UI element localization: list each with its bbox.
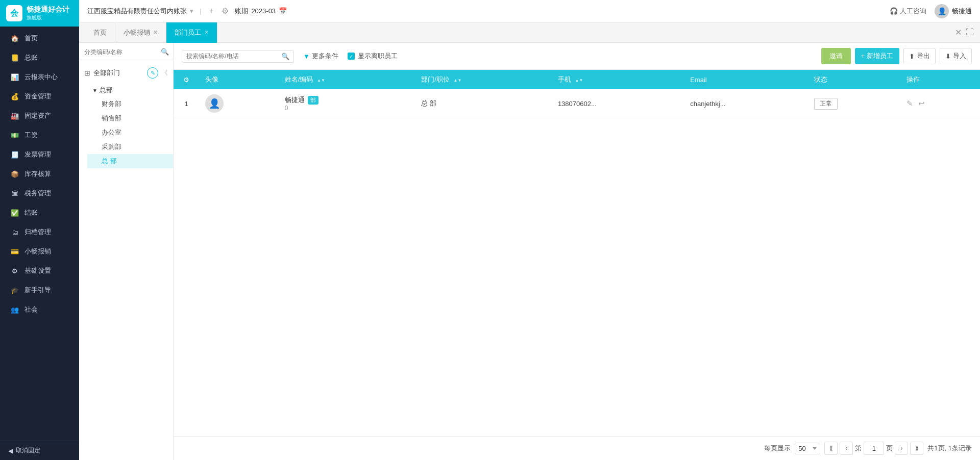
add-company-button[interactable]: ＋ [207, 6, 215, 16]
all-dept-label: 全部部门 [93, 68, 144, 78]
all-dept-item[interactable]: ⊞ 全部部门 ✎ 《 [79, 64, 173, 82]
service-button[interactable]: 🎧 人工咨询 [890, 7, 926, 16]
dept-parent-label: 总部 [100, 86, 113, 95]
sidebar-item-label: 总账 [24, 53, 38, 62]
export-button[interactable]: ⬆ 导出 [903, 48, 936, 64]
sidebar-item-reports[interactable]: 📊 云报表中心 [0, 67, 79, 87]
sidebar-item-label: 新手引导 [24, 286, 51, 295]
sidebar-item-settings[interactable]: ⚙ 基础设置 [0, 261, 79, 280]
main-area: 江西服宝精品有限责任公司内账张 ▾ | ＋ ⚙ 账期 2023-03 📅 🎧 人… [79, 0, 980, 460]
sidebar-item-label: 小畅报销 [24, 247, 51, 256]
tax-icon: 🏛 [10, 189, 19, 198]
dept-search: 🔍 [79, 48, 173, 60]
dept-child-purchase[interactable]: 采购部 [87, 140, 173, 154]
sidebar-item-label: 首页 [24, 34, 38, 43]
sidebar-item-close[interactable]: ✅ 结账 [0, 203, 79, 222]
service-label: 人工咨询 [900, 7, 926, 16]
tab-expense-close[interactable]: ✕ [153, 29, 158, 36]
employee-table-container: ⚙ 头像 姓名/编码 ▲▼ 部门/职位 ▲▼ 手机 [174, 70, 980, 436]
collapse-dept-icon[interactable]: 《 [161, 68, 168, 78]
page-next-button[interactable]: › [895, 442, 908, 455]
export-icon: ⬆ [909, 53, 915, 60]
topbar-divider: | [200, 7, 201, 15]
topbar-gear-icon[interactable]: ⚙ [222, 6, 229, 16]
import-button[interactable]: ⬇ 导入 [940, 48, 972, 64]
col-settings[interactable]: ⚙ [174, 70, 199, 89]
pin-label: 取消固定 [16, 446, 40, 455]
dept-child-general[interactable]: 总 部 [87, 154, 173, 168]
user-menu[interactable]: 👤 畅捷通 [935, 4, 972, 18]
dept-child-caiwu[interactable]: 财务部 [87, 97, 173, 111]
tabs-actions: ✕ ⛶ [955, 28, 974, 37]
tab-expense[interactable]: 小畅报销 ✕ [115, 22, 166, 43]
page-number-input[interactable] [864, 442, 884, 455]
sidebar-item-expense[interactable]: 💳 小畅报销 [0, 242, 79, 261]
sidebar-nav: 🏠 首页 📒 总账 📊 云报表中心 💰 资金管理 🏭 固定资产 💵 工资 🧾 发… [0, 27, 79, 441]
col-dept[interactable]: 部门/职位 ▲▼ [415, 70, 552, 89]
sidebar-item-funds[interactable]: 💰 资金管理 [0, 87, 79, 106]
sidebar-item-label: 工资 [24, 131, 38, 140]
employee-code: 0 [285, 105, 409, 112]
dept-child-office[interactable]: 办公室 [87, 125, 173, 140]
page-total: 共1页, 1条记录 [927, 444, 972, 453]
col-action: 操作 [900, 70, 980, 89]
sidebar-item-label: 税务管理 [24, 189, 51, 198]
dept-search-input[interactable] [84, 48, 161, 56]
tab-employees-close[interactable]: ✕ [204, 29, 209, 36]
cell-name: 畅捷通 部 0 [279, 89, 415, 118]
add-employee-button[interactable]: + 新增员工 [855, 48, 899, 64]
dept-group: ▼ 总部 财务部 销售部 办公室 采购部 总 部 [79, 84, 173, 168]
export-label: 导出 [917, 52, 930, 61]
edit-employee-button[interactable]: ✎ [906, 99, 913, 108]
tab-employees-label: 部门员工 [175, 28, 201, 37]
tab-expand-icon[interactable]: ⛶ [966, 28, 974, 37]
period-label: 账期 [235, 7, 248, 16]
edit-dept-button[interactable]: ✎ [147, 67, 158, 79]
employee-search-input[interactable] [186, 53, 278, 60]
sidebar-item-assets[interactable]: 🏭 固定资产 [0, 106, 79, 125]
page-prev-button[interactable]: ‹ [840, 442, 853, 455]
show-resigned-checkbox[interactable] [348, 53, 355, 60]
tab-close-icon[interactable]: ✕ [955, 28, 962, 37]
expense-icon: 💳 [10, 247, 19, 256]
sort-name-icon: ▲▼ [317, 79, 325, 83]
home-icon: 🏠 [10, 34, 19, 43]
dept-child-sales[interactable]: 销售部 [87, 111, 173, 125]
company-name: 江西服宝精品有限责任公司内账张 [87, 7, 187, 16]
app-version: 旗舰版 [27, 14, 69, 21]
sidebar-item-home[interactable]: 🏠 首页 [0, 29, 79, 48]
calendar-icon: 📅 [279, 7, 287, 15]
sidebar-item-invoice[interactable]: 🧾 发票管理 [0, 145, 79, 164]
logout-employee-button[interactable]: ↩ [918, 99, 925, 108]
tab-employees[interactable]: 部门员工 ✕ [166, 22, 217, 43]
period-selector[interactable]: 账期 2023-03 📅 [235, 7, 287, 16]
invite-button[interactable]: 邀请 [821, 48, 851, 64]
status-badge: 正常 [814, 98, 838, 110]
per-page-select[interactable]: 50 10 20 100 [795, 443, 820, 454]
show-resigned-toggle[interactable]: 显示离职员工 [348, 52, 398, 61]
sidebar-item-social[interactable]: 👥 社会 [0, 300, 79, 319]
sidebar-item-guide[interactable]: 🎓 新手引导 [0, 280, 79, 300]
sidebar-item-salary[interactable]: 💵 工资 [0, 125, 79, 145]
salary-icon: 💵 [10, 131, 19, 140]
cell-status: 正常 [808, 89, 901, 118]
topbar: 江西服宝精品有限责任公司内账张 ▾ | ＋ ⚙ 账期 2023-03 📅 🎧 人… [79, 0, 980, 22]
sidebar-item-tax[interactable]: 🏛 税务管理 [0, 184, 79, 203]
col-phone[interactable]: 手机 ▲▼ [552, 70, 684, 89]
sidebar-item-archive[interactable]: 🗂 归档管理 [0, 222, 79, 242]
tab-home[interactable]: 首页 [85, 22, 115, 43]
app-logo: 会 畅捷通好会计 旗舰版 [0, 0, 79, 27]
col-name[interactable]: 姓名/编码 ▲▼ [279, 70, 415, 89]
sidebar-pin-toggle[interactable]: ◀ 取消固定 [0, 441, 79, 460]
filter-button[interactable]: ▼ 更多条件 [299, 49, 342, 63]
col-status: 状态 [808, 70, 901, 89]
sidebar-item-ledger[interactable]: 📒 总账 [0, 48, 79, 67]
filter-icon: ▼ [303, 53, 310, 60]
left-panel: 🔍 ⊞ 全部部门 ✎ 《 ▼ 总部 财务部 销售部 办公室 采购部 总 部 [79, 43, 174, 460]
company-selector[interactable]: 江西服宝精品有限责任公司内账张 ▾ [87, 7, 193, 16]
page-last-button[interactable]: ⟫ [910, 442, 923, 455]
page-first-button[interactable]: ⟪ [824, 442, 838, 455]
sidebar-item-inventory[interactable]: 📦 库存核算 [0, 164, 79, 184]
page-label: 页 [886, 444, 893, 453]
invoice-icon: 🧾 [10, 150, 19, 159]
